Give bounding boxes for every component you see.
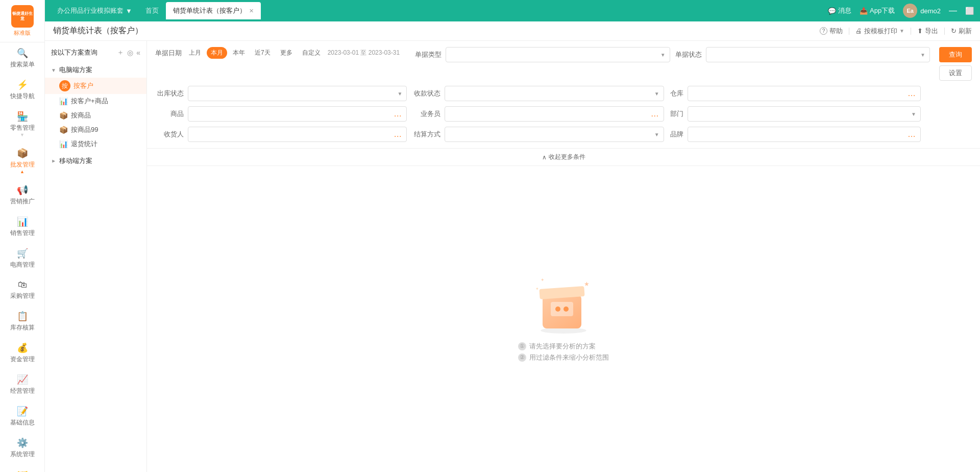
app-title-dropdown-icon[interactable]: ▼: [126, 7, 132, 15]
receipt-status-select[interactable]: ▼: [445, 86, 664, 101]
tree-child-return-stats[interactable]: 📊 退货统计: [45, 137, 146, 151]
export-btn[interactable]: ⬆ 导出: [917, 27, 938, 36]
dots-icon: …: [908, 130, 916, 139]
app-download-btn[interactable]: 📥 App下载: [860, 6, 895, 15]
doc-type-section: 单据类型 ▼: [415, 47, 670, 62]
sidebar-item-label: 基础信息: [10, 418, 35, 427]
refresh-icon: ↻: [951, 27, 957, 35]
tree-parent-desktop[interactable]: ▼ 电脑端方案: [45, 62, 146, 78]
tree-expand-arrow: ▼: [51, 67, 56, 73]
sidebar-item-purchase[interactable]: 🛍 采购管理: [0, 274, 44, 305]
tree-child-label: 按商品99: [71, 125, 98, 134]
page-header: 销货单统计表（按客户） ? 帮助 🖨 按模板打印 ▼ ⬆ 导出 ↻ 刷新: [45, 21, 980, 41]
eye-right: [564, 306, 569, 312]
sidebar-item-wholesale[interactable]: 📦 批发管理 ▲: [0, 143, 44, 179]
settlement-section: 结算方式 ▼: [412, 127, 664, 142]
scheme-settings-icon[interactable]: ◎: [127, 49, 133, 57]
sidebar-item-label: 系统管理: [10, 450, 35, 459]
left-panel: 按以下方案查询 ＋ ◎ « ▼ 电脑端方案 按 按客户 📊: [45, 41, 147, 472]
add-scheme-btn[interactable]: ＋: [117, 48, 124, 57]
sidebar: 畅捷通好生意 标准版 🔍 搜索菜单 ⚡ 快捷导航 🏪 零售管理 ▼ 📦 批发管理…: [0, 0, 45, 472]
panel-title: 按以下方案查询: [51, 48, 97, 57]
query-button[interactable]: 查询: [939, 47, 972, 62]
collapse-panel-btn[interactable]: «: [136, 49, 140, 57]
collapse-arrow: ▲: [20, 169, 24, 174]
warehouse-input[interactable]: …: [688, 86, 921, 101]
date-tab-more[interactable]: 更多: [276, 47, 297, 59]
chart-icon: 📊: [59, 97, 68, 105]
user-profile-btn[interactable]: Ea demo2: [903, 4, 941, 18]
tree-child-by-goods-99[interactable]: 📦 按商品99: [45, 123, 146, 137]
filter-row-3: 商品 … 业务员 … 部门: [155, 106, 972, 122]
export-icon: ⬆: [917, 27, 923, 35]
chevron-down-icon: ▼: [654, 91, 659, 97]
date-tab-last-month[interactable]: 上月: [185, 47, 205, 59]
window-maximize-btn[interactable]: ⬜: [965, 7, 974, 15]
tab-close-icon[interactable]: ✕: [249, 8, 254, 14]
collapse-label: 收起更多条件: [549, 153, 585, 161]
hint-item-1: ① 请先选择要分析的方案: [518, 342, 609, 351]
date-tab-custom[interactable]: 自定义: [298, 47, 325, 59]
goods-input[interactable]: …: [188, 106, 407, 122]
print-dropdown-arrow: ▼: [899, 28, 904, 34]
right-content: 单据日期 上月 本月 本年 近7天 更多 自定义 2023-03-01 至 20…: [147, 41, 980, 472]
tree-child-by-customer[interactable]: 按 按客户: [45, 78, 146, 94]
sidebar-item-marketing[interactable]: 📢 营销推广: [0, 179, 44, 211]
sidebar-item-sales[interactable]: 📊 销售管理: [0, 211, 44, 243]
tree-group-mobile: ▼ 移动端方案: [45, 153, 146, 169]
doc-status-select[interactable]: ▼: [706, 47, 930, 62]
chevron-down-icon: ▼: [660, 52, 666, 58]
chevron-down-icon: ▼: [911, 111, 916, 117]
tree-child-by-customer-goods[interactable]: 📊 按客户+商品: [45, 94, 146, 108]
template-print-btn[interactable]: 🖨 按模板打印 ▼: [855, 27, 904, 36]
window-minimize-btn[interactable]: —: [949, 6, 957, 15]
tree-parent-mobile[interactable]: ▼ 移动端方案: [45, 153, 146, 169]
sidebar-item-finance[interactable]: 💰 资金管理: [0, 337, 44, 369]
sidebar-item-retail[interactable]: 🏪 零售管理 ▼: [0, 106, 44, 143]
date-tab-current-year[interactable]: 本年: [229, 47, 249, 59]
sidebar-item-label: 批发管理: [10, 160, 35, 169]
department-select[interactable]: ▼: [688, 106, 921, 122]
sidebar-item-cooperation[interactable]: 🤝 企业协同: [0, 464, 44, 472]
messages-btn[interactable]: 💬 消息: [828, 6, 851, 15]
sidebar-item-basic-info[interactable]: 📝 基础信息: [0, 400, 44, 432]
salesperson-section: 业务员 …: [412, 106, 664, 122]
messages-icon: 💬: [828, 7, 836, 15]
sidebar-item-quick-nav[interactable]: ⚡ 快捷导航: [0, 74, 44, 106]
settings-button[interactable]: 设置: [939, 65, 972, 81]
doc-type-select[interactable]: ▼: [446, 47, 670, 62]
settlement-select[interactable]: ▼: [445, 127, 664, 142]
tree-expand-arrow: ▼: [51, 158, 56, 163]
tab-sales-stats[interactable]: 销货单统计表（按客户） ✕: [166, 2, 261, 19]
empty-image: ★ ✦ ✦: [530, 274, 597, 336]
sidebar-item-ecommerce[interactable]: 🛒 电商管理: [0, 243, 44, 274]
collapse-bar[interactable]: ∧ 收起更多条件: [147, 149, 980, 166]
refresh-btn[interactable]: ↻ 刷新: [951, 27, 972, 36]
receipt-status-label: 收款状态: [412, 89, 440, 98]
salesperson-input[interactable]: …: [445, 106, 664, 122]
brand-input[interactable]: …: [688, 127, 921, 142]
sales-icon: 📊: [17, 216, 28, 227]
empty-illustration: ★ ✦ ✦ ① 请先选择要分析的方案 ② 用过滤条件来缩小分析范围: [518, 274, 609, 364]
doc-status-label: 单据状态: [675, 50, 702, 59]
sidebar-item-inventory[interactable]: 📋 库存核算: [0, 305, 44, 337]
date-tab-last-7-days[interactable]: 近7天: [251, 47, 275, 59]
sidebar-item-operation[interactable]: 📈 经营管理: [0, 369, 44, 400]
tab-home[interactable]: 首页: [138, 2, 166, 19]
help-btn[interactable]: ? 帮助: [820, 27, 843, 36]
sidebar-item-search-menu[interactable]: 🔍 搜索菜单: [0, 42, 44, 74]
tree-child-by-goods[interactable]: 📦 按商品: [45, 108, 146, 123]
divider: [849, 28, 849, 35]
receiver-input[interactable]: …: [188, 127, 407, 142]
star3: ✦: [535, 287, 539, 291]
marketing-icon: 📢: [17, 184, 28, 196]
date-tab-current-month[interactable]: 本月: [207, 47, 227, 59]
tree-child-label: 按客户: [74, 81, 93, 90]
out-status-select[interactable]: ▼: [188, 86, 407, 101]
collapse-arrow-icon: ∧: [542, 154, 547, 161]
sidebar-item-label: 销售管理: [10, 229, 35, 238]
search-icon: 🔍: [17, 48, 28, 59]
sidebar-item-system[interactable]: ⚙️ 系统管理: [0, 432, 44, 464]
top-nav-bar: 办公用品行业模拟账套 ▼ 首页 销货单统计表（按客户） ✕ 💬 消息 📥 App…: [45, 0, 980, 21]
doc-status-section: 单据状态 ▼: [675, 47, 930, 62]
